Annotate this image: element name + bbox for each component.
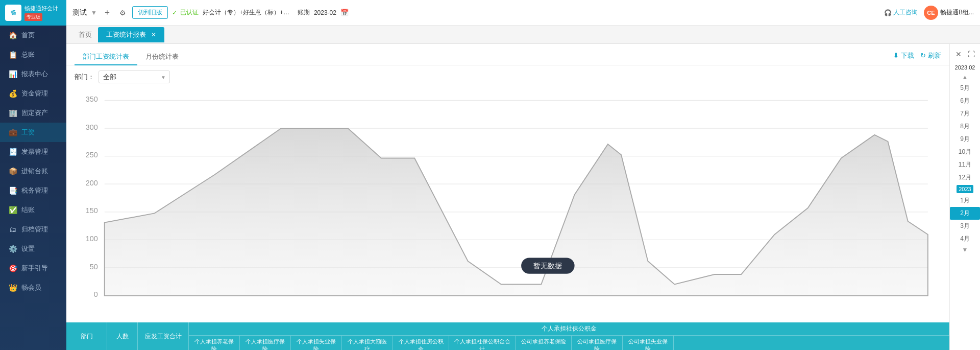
svg-text:200: 200 [86,179,98,187]
year-period-label: 2023.02 [954,62,976,73]
help-button[interactable]: 🎧 人工咨询 [884,8,918,17]
th-company-pension: 公司承担养老保险 [516,336,572,350]
month-10[interactable]: 10月 [950,146,980,158]
sidebar-item-guide[interactable]: 🎯 新手引导 [0,259,66,278]
switch-old-version-button[interactable]: 切到旧版 [132,6,168,19]
month-7[interactable]: 7月 [950,107,980,120]
subtabs: 部门工资统计表 月份统计表 ⬇ 下载 ↻ 刷新 [66,44,949,65]
subtab-actions: ⬇ 下载 ↻ 刷新 [893,51,941,63]
add-button[interactable]: ＋ [101,6,113,19]
close-panel-button[interactable]: ✕ [953,48,964,60]
guide-icon: 🎯 [8,264,17,273]
expand-panel-button[interactable]: ⛶ [966,48,977,60]
archive-icon: 🗂 [8,225,17,234]
scroll-up-button[interactable]: ▲ [961,73,969,82]
sidebar-item-asset[interactable]: 🏢 固定资产 [0,103,66,123]
refresh-button[interactable]: ↻ 刷新 [920,51,941,60]
th-company-unemploy: 公司承担失业保险 [623,336,674,350]
sidebar-item-salary[interactable]: 💼 工资 [0,123,66,142]
sales-icon: 📦 [8,167,17,176]
th-personal-unemploy: 个人承担失业保险 [291,336,342,350]
sidebar-item-ledger[interactable]: 📋 总账 [0,45,66,64]
month-11[interactable]: 11月 [950,158,980,171]
refresh-label: 刷新 [928,51,941,60]
sidebar-item-settle[interactable]: ✅ 结账 [0,200,66,220]
dept-select-wrapper: 全部 ▼ [99,71,170,83]
year-2023-tag[interactable]: 2023 [957,185,973,193]
app-name: 畅捷通好会计 [24,5,58,12]
svg-text:暂无数据: 暂无数据 [533,262,562,270]
personal-group-label: 个人承担社保公积金 [189,322,949,336]
sidebar-item-home[interactable]: 🏠 首页 [0,26,66,45]
month-6[interactable]: 6月 [950,95,980,107]
sidebar-item-vip[interactable]: 👑 畅会员 [0,278,66,297]
th-personal-total: 个人承担社保公积金合计 [449,336,516,350]
sidebar-item-fund[interactable]: 💰 资金管理 [0,84,66,103]
user-menu[interactable]: CE 畅捷通B组... [924,6,974,20]
tab-home[interactable]: 首页 [72,27,98,42]
app-badge: 专业版 [24,13,42,21]
th-salary: 应发工资合计 [138,322,189,350]
sidebar-item-label: 归档管理 [21,225,48,234]
settings-icon: ⚙️ [8,244,17,253]
sidebar-item-label: 总账 [21,50,35,59]
personal-group-cols: 个人承担养老保险 个人承担医疗保险 个人承担失业保险 个人承担大额医疗 个人承担… [189,336,949,350]
app-logo: 畅 畅捷通好会计 专业版 [0,0,66,26]
th-dept: 部门 [66,322,107,350]
toolbar: 部门： 全部 ▼ [66,65,949,88]
dept-select[interactable]: 全部 [99,71,170,83]
month-12[interactable]: 12月 [950,171,980,184]
month-2-active[interactable]: 2月 [950,207,980,220]
logo-text-block: 畅捷通好会计 专业版 [24,5,58,20]
th-personal-group: 个人承担社保公积金 个人承担养老保险 个人承担医疗保险 个人承担失业保险 个人承… [189,322,949,350]
status-text: 已认证 [180,8,199,17]
svg-text:100: 100 [86,235,98,243]
th-headcount: 人数 [107,322,138,350]
sidebar-item-label: 资金管理 [21,89,48,98]
sidebar-item-archive[interactable]: 🗂 归档管理 [0,220,66,239]
company-dropdown-arrow[interactable]: ▼ [91,9,97,16]
tab-close-icon[interactable]: ✕ [151,31,156,38]
month-1[interactable]: 1月 [950,194,980,207]
sidebar-item-label: 进销台账 [21,167,48,176]
check-icon: ✓ [172,9,177,16]
svg-text:150: 150 [86,206,98,215]
th-personal-housing: 个人承担住房公积金 [393,336,449,350]
invoice-icon: 🧾 [8,147,17,156]
sidebar-item-settings[interactable]: ⚙️ 设置 [0,239,66,259]
month-8[interactable]: 8月 [950,120,980,133]
chart-area: 350 300 250 200 150 100 50 0 [66,88,949,322]
tab-salary-report[interactable]: 工资统计报表 ✕ [98,27,164,42]
right-panel: ✕ ⛶ 2023.02 ▲ 5月 6月 7月 8月 9月 10月 11月 12月… [949,44,980,350]
download-button[interactable]: ⬇ 下载 [893,51,914,60]
tax-icon: 📑 [8,186,17,195]
th-personal-medical: 个人承担医疗保险 [240,336,291,350]
month-4[interactable]: 4月 [950,232,980,245]
salary-chart: 350 300 250 200 150 100 50 0 [75,88,941,314]
sidebar-item-label: 畅会员 [21,283,41,292]
settle-icon: ✅ [8,205,17,215]
svg-text:50: 50 [90,263,98,271]
th-personal-pension: 个人承担养老保险 [189,336,240,350]
sidebar-item-invoice[interactable]: 🧾 发票管理 [0,142,66,161]
subtab-dept[interactable]: 部门工资统计表 [75,49,137,65]
month-9[interactable]: 9月 [950,133,980,146]
gear-button[interactable]: ⚙ [117,8,128,18]
sidebar-item-sales[interactable]: 📦 进销台账 [0,161,66,181]
report-icon: 📊 [8,69,17,79]
table-header-row: 部门 人数 应发工资合计 个人承担社保公积金 个人承担养老保险 个人承担医疗保险… [66,322,949,350]
period-label: 账期 [298,8,310,17]
month-5[interactable]: 5月 [950,82,980,95]
topbar-right: 🎧 人工咨询 CE 畅捷通B组... [884,6,974,20]
help-label: 人工咨询 [893,8,918,17]
scroll-down-button[interactable]: ▼ [961,245,969,254]
svg-text:300: 300 [86,123,98,131]
svg-text:350: 350 [86,95,98,103]
sidebar-item-report[interactable]: 📊 报表中心 [0,64,66,84]
month-3[interactable]: 3月 [950,220,980,232]
sidebar-item-tax[interactable]: 📑 税务管理 [0,181,66,200]
fund-icon: 💰 [8,89,17,98]
calendar-icon[interactable]: 📅 [340,9,349,16]
svg-text:250: 250 [86,151,98,159]
subtab-month[interactable]: 月份统计表 [137,49,187,65]
